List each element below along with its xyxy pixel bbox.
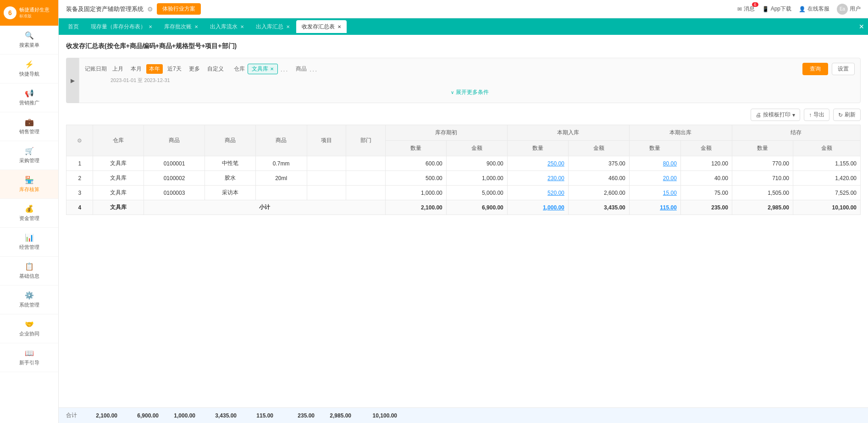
subtotal-bal-qty: 2,985.00 xyxy=(732,200,793,215)
setting-button[interactable]: 设置 xyxy=(832,63,855,75)
tab-stock-summary[interactable]: 收发存汇总表 ✕ xyxy=(296,20,347,33)
subtotal-out-qty[interactable]: 115.00 xyxy=(629,200,680,215)
date-range-display: 2023-01-01 至 2023-12-31 xyxy=(85,77,855,84)
inventory-icon: 🏪 xyxy=(25,176,34,184)
app-download-action[interactable]: 📱 App下载 xyxy=(762,5,791,13)
sidebar-item-newbie[interactable]: 📖 新手引导 xyxy=(0,343,58,372)
sidebar-item-label: 系统管理 xyxy=(19,302,39,308)
sidebar-item-label: 搜索菜单 xyxy=(19,42,39,49)
print-btn[interactable]: 🖨 按模板打印 ▾ xyxy=(751,109,800,121)
footer-open-qty: 2,100.00 xyxy=(84,412,121,419)
tab-home-label: 首页 xyxy=(68,23,79,31)
date-range-text: 2023-01-01 至 2023-12-31 xyxy=(111,77,170,83)
expand-label: 展开更多条件 xyxy=(456,88,489,96)
sidebar-item-label: 采购管理 xyxy=(19,157,39,164)
messages-action[interactable]: ✉ 消息 6 xyxy=(737,5,755,13)
row-bal-qty: 770.00 xyxy=(732,156,793,171)
footer-bal-qty: 2,985.00 xyxy=(318,412,355,419)
row-in-qty[interactable]: 520.00 xyxy=(507,186,568,200)
column-settings-icon[interactable]: ⚙ xyxy=(77,137,82,144)
subtotal-in-qty[interactable]: 1,000.00 xyxy=(507,200,568,215)
sidebar-item-search[interactable]: 🔍 搜索菜单 xyxy=(0,26,58,55)
refresh-icon: ↻ xyxy=(838,112,843,118)
sidebar-item-basicinfo[interactable]: 📋 基础信息 xyxy=(0,257,58,286)
sidebar-item-marketing[interactable]: 📢 营销推广 xyxy=(0,83,58,112)
warehouse-tag-close-icon[interactable]: ✕ xyxy=(270,66,274,71)
warehouse-filter: 仓库 文具库 ✕ ... xyxy=(234,64,289,74)
date-btn-more[interactable]: 更多 xyxy=(186,64,203,74)
row-bal-amount: 7,525.00 xyxy=(793,186,860,200)
tab-close-icon[interactable]: ✕ xyxy=(337,24,341,29)
query-button[interactable]: 查询 xyxy=(802,63,828,75)
sidebar-item-purchase[interactable]: 🛒 采购管理 xyxy=(0,141,58,170)
try-button[interactable]: 体验行业方案 xyxy=(157,3,201,15)
row-out-amount: 75.00 xyxy=(680,186,732,200)
refresh-btn[interactable]: ↻ 刷新 xyxy=(833,109,861,121)
user-action[interactable]: Ea 用户 xyxy=(837,4,861,15)
tab-home[interactable]: 首页 xyxy=(62,20,84,33)
tab-flow[interactable]: 出入库流水 ✕ xyxy=(205,20,249,33)
online-service-action[interactable]: 👤 在线客服 xyxy=(799,5,829,13)
tab-close-icon[interactable]: ✕ xyxy=(240,24,244,29)
sidebar-item-quicknav[interactable]: ⚡ 快捷导航 xyxy=(0,55,58,83)
footer-values: 2,100.00 6,900.00 1,000.00 3,435.00 115.… xyxy=(84,412,861,419)
sidebar-item-finance[interactable]: 💰 资金管理 xyxy=(0,199,58,228)
goods-more-btn[interactable]: ... xyxy=(310,66,318,73)
tab-batch-label: 库存批次账 xyxy=(164,23,192,31)
col-project-header: 项目 xyxy=(307,125,346,156)
sidebar-item-system[interactable]: ⚙️ 系统管理 xyxy=(0,286,58,314)
date-btn-7days[interactable]: 近7天 xyxy=(165,64,184,74)
filter-actions: 查询 设置 xyxy=(802,63,855,75)
sidebar-item-inventory[interactable]: 🏪 库存核算 xyxy=(0,170,58,199)
row-seq: 3 xyxy=(66,186,93,200)
table-toolbar: 🖨 按模板打印 ▾ ↑ 导出 ↻ 刷新 xyxy=(66,109,861,121)
row-open-amount: 5,000.00 xyxy=(446,186,507,200)
tab-close-icon[interactable]: ✕ xyxy=(286,24,290,29)
date-btn-this-year[interactable]: 本年 xyxy=(146,64,163,74)
row-goods-name: 胶水 xyxy=(205,171,256,186)
row-bal-qty: 1,505.00 xyxy=(732,186,793,200)
export-btn[interactable]: ↑ 导出 xyxy=(804,109,829,121)
tab-bar-close-icon[interactable]: ✕ xyxy=(859,23,864,30)
footer-total-label: 合计 xyxy=(66,412,77,419)
row-project xyxy=(307,171,346,186)
dropdown-icon: ▾ xyxy=(792,112,795,118)
col-balance-amount-header: 金额 xyxy=(793,141,860,156)
collapse-filter-btn[interactable]: ▶ xyxy=(66,58,79,103)
chevron-down-icon: ∨ xyxy=(451,90,454,95)
tab-summary[interactable]: 出入库汇总 ✕ xyxy=(250,20,295,33)
row-in-qty[interactable]: 250.00 xyxy=(507,156,568,171)
sidebar-item-management[interactable]: 📊 经营管理 xyxy=(0,228,58,257)
newbie-icon: 📖 xyxy=(25,349,34,357)
subtotal-warehouse: 文具库 xyxy=(93,200,144,215)
sidebar-item-enterprise[interactable]: 🤝 企业协同 xyxy=(0,314,58,343)
warehouse-more-btn[interactable]: ... xyxy=(281,66,289,73)
row-in-amount: 2,600.00 xyxy=(568,186,629,200)
gear-icon[interactable]: ⚙ xyxy=(147,5,153,13)
sidebar: 6 畅捷通好生意 标准版 🔍 搜索菜单 ⚡ 快捷导航 📢 营销推广 💼 销售管理… xyxy=(0,0,59,423)
row-in-qty[interactable]: 230.00 xyxy=(507,171,568,186)
date-btn-custom[interactable]: 自定义 xyxy=(205,64,227,74)
message-icon: ✉ xyxy=(737,6,742,12)
subtotal-in-amount: 3,435.00 xyxy=(568,200,629,215)
row-out-qty[interactable]: 80.00 xyxy=(629,156,680,171)
subtotal-label: 小计 xyxy=(144,200,386,215)
filter-section: ▶ 记账日期 上月 本月 本年 近7天 更多 自定义 xyxy=(66,58,861,103)
row-out-qty[interactable]: 20.00 xyxy=(629,171,680,186)
col-settings-header[interactable]: ⚙ xyxy=(66,125,93,156)
goods-label: 商品 xyxy=(296,65,307,73)
tab-inventory-dist[interactable]: 现存量（库存分布表） ✕ xyxy=(85,20,158,33)
user-label: 用户 xyxy=(850,5,861,13)
sidebar-item-label: 销售管理 xyxy=(19,128,39,135)
tab-close-icon[interactable]: ✕ xyxy=(194,24,198,29)
date-btn-prev-month[interactable]: 上月 xyxy=(110,64,126,74)
warehouse-tag: 文具库 ✕ xyxy=(248,64,278,74)
row-open-amount: 900.00 xyxy=(446,156,507,171)
date-btn-this-month[interactable]: 本月 xyxy=(128,64,144,74)
row-out-qty[interactable]: 15.00 xyxy=(629,186,680,200)
tab-close-icon[interactable]: ✕ xyxy=(149,24,152,29)
system-icon: ⚙️ xyxy=(25,291,34,300)
tab-batch[interactable]: 库存批次账 ✕ xyxy=(159,20,204,33)
expand-filter-btn[interactable]: ∨ 展开更多条件 xyxy=(85,87,855,98)
sidebar-item-sales[interactable]: 💼 销售管理 xyxy=(0,112,58,141)
